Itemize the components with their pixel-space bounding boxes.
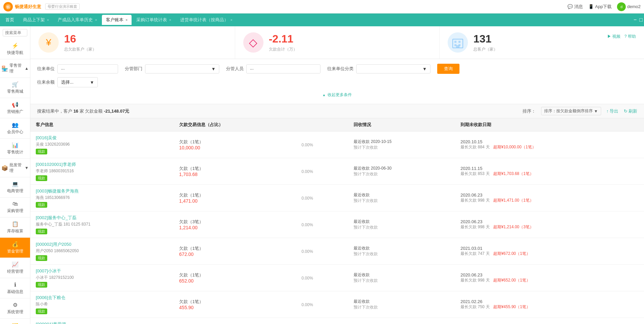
balance-chevron-down-icon: ▼ bbox=[90, 80, 94, 85]
export-btn[interactable]: ↑ 导出 bbox=[607, 108, 619, 114]
tab-home[interactable]: 首页 bbox=[1, 15, 18, 25]
tab-production-history[interactable]: 产成品入库单历史 × bbox=[54, 15, 101, 25]
overdue-amount[interactable]: 超期¥672.00（1笔） bbox=[493, 251, 530, 256]
debt-amount[interactable]: 1,471.00 bbox=[179, 198, 198, 204]
debt-amount[interactable]: 1,703.68 bbox=[179, 172, 198, 177]
debt-amount-wrapper: 1,703.68 bbox=[179, 172, 288, 177]
sort-select[interactable]: 排序：按欠款金额倒序排序 ▼ bbox=[541, 107, 601, 115]
sidebar-item-operations[interactable]: 📈 经营管理 bbox=[0, 258, 30, 278]
sidebar-item-batch-mgmt[interactable]: 📦 批发管理 ▼ bbox=[0, 159, 30, 177]
svg-text:畅: 畅 bbox=[6, 5, 10, 9]
brand-icon: 畅 bbox=[5, 4, 11, 10]
debt-amount[interactable]: 652.00 bbox=[179, 278, 194, 284]
tab-purchase-stats-close[interactable]: × bbox=[169, 18, 171, 22]
results-info: 搜索结果中，客户 16 家 欠款金额 -21,148.07元 bbox=[37, 108, 129, 114]
debt-amount[interactable]: 1,214.00 bbox=[179, 225, 198, 230]
overdue-days: 最长欠款 853 天 bbox=[460, 171, 492, 176]
sidebar-item-purchase[interactable]: 🛍 采购管理 bbox=[0, 198, 30, 217]
debt-amount-wrapper: 672.00 bbox=[179, 252, 288, 257]
sidebar-item-quick-nav[interactable]: ⚡ 快捷导航 bbox=[0, 39, 30, 59]
tab-inbound-stats-close[interactable]: × bbox=[230, 18, 232, 22]
customer-contact: 海燕 18513066976 bbox=[36, 195, 168, 201]
video-action[interactable]: ▶ 视频 bbox=[607, 34, 620, 39]
tab-customer-account[interactable]: 客户账本 × bbox=[102, 15, 132, 25]
message-btn[interactable]: 💬 消息 bbox=[567, 4, 583, 10]
overdue-amount[interactable]: 超期¥1,703.68（1笔） bbox=[493, 171, 534, 176]
tab-purchase-stats[interactable]: 采购订单统计表 × bbox=[132, 15, 175, 25]
customer-name[interactable]: [000001]黄思源 bbox=[36, 321, 168, 324]
customer-name[interactable]: [0006]去下粮仓 bbox=[36, 295, 168, 301]
tab-product-off[interactable]: 商品上下架 × bbox=[19, 15, 53, 25]
customer-info-cell: [0001020001]李老师 李老师 18600391516 现款 bbox=[30, 158, 174, 185]
payment-tag: 现款 bbox=[36, 149, 47, 154]
debt-amount[interactable]: 672.00 bbox=[179, 252, 194, 257]
person-input[interactable]: ··· bbox=[246, 64, 320, 73]
overdue-amount[interactable]: 超期¥10,000.00（1笔） bbox=[493, 145, 536, 149]
maximize-icon[interactable]: □ bbox=[639, 17, 643, 23]
debt-ratio-cell: 0.00% bbox=[293, 211, 348, 238]
col-due-date: 到期未收款日期 bbox=[455, 118, 644, 131]
collection-cell: 最近收款 预计下次收款 bbox=[348, 318, 455, 324]
payment-tag: 现款 bbox=[36, 255, 47, 261]
balance-select[interactable]: 选择... ▼ bbox=[57, 77, 98, 87]
refresh-btn[interactable]: ↻ 刷新 bbox=[624, 108, 637, 114]
sidebar-item-retail-store[interactable]: 🛒 零售商城 bbox=[0, 78, 30, 98]
overdue-days: 最长欠款 998 天 bbox=[460, 225, 492, 229]
customer-name[interactable]: [0001020001]李老师 bbox=[36, 161, 168, 168]
due-date-cell: 2020.06.23 最长欠款 998 天 超期¥1,471.00（1笔） bbox=[455, 185, 644, 211]
sidebar-item-inventory[interactable]: 📋 库存核算 bbox=[0, 217, 30, 238]
dept-select[interactable]: ▼ bbox=[145, 64, 219, 73]
sidebar-item-sys-mgmt[interactable]: ⚙ 系统管理 bbox=[0, 298, 30, 319]
from-unit-input[interactable]: ··· bbox=[57, 64, 118, 73]
filter-dept: 分管部门 ▼ bbox=[125, 64, 219, 73]
customer-name[interactable]: [000002]用户2050 bbox=[36, 241, 168, 247]
overdue-amount[interactable]: 超期¥652.00（1笔） bbox=[493, 278, 530, 283]
tab-inbound-stats[interactable]: 进货单统计表（按商品） × bbox=[176, 15, 236, 25]
unit-category-select[interactable]: ▼ bbox=[356, 64, 430, 73]
total-customers-label: 总客户（家） bbox=[473, 47, 498, 52]
sidebar-item-finance[interactable]: 💰 资金管理 bbox=[0, 238, 30, 258]
due-date: 2020.11.15 bbox=[460, 166, 639, 171]
filter-row-1: 往来单位 ··· 分管部门 ▼ 分管人员 bbox=[37, 64, 637, 74]
debt-ratio: 0.00% bbox=[302, 169, 313, 174]
overdue-amount[interactable]: 超期¥1,214.00（3笔） bbox=[493, 225, 534, 229]
overdue-amount[interactable]: 超期¥1,471.00（1笔） bbox=[493, 198, 534, 203]
member-icon: 👥 bbox=[12, 122, 19, 128]
help-action[interactable]: ? 帮助 bbox=[624, 34, 636, 39]
debt-amount-wrapper: 455.90 bbox=[179, 305, 288, 310]
total-customers-info: 131 总客户（家） bbox=[473, 33, 498, 52]
quick-nav-label: 快捷导航 bbox=[7, 50, 23, 56]
customer-name[interactable]: [0016]吴俊 bbox=[36, 135, 168, 141]
tab-customer-account-close[interactable]: × bbox=[125, 18, 128, 22]
tab-production-history-close[interactable]: × bbox=[95, 18, 97, 22]
sidebar-item-enterprise[interactable]: 🤝 企业协同 bbox=[0, 319, 30, 324]
top-bar-left: 畅 畅捷通好生意 母婴行业演示账套 bbox=[3, 2, 80, 11]
collapse-bar[interactable]: ▲ 收起更多条件 bbox=[37, 91, 637, 99]
customer-name[interactable]: [0003]畅捷服务尹海燕 bbox=[36, 188, 168, 194]
customer-name[interactable]: [0002]服务中心_丁磊 bbox=[36, 215, 168, 221]
debt-amount[interactable]: 10,000.00 bbox=[179, 145, 200, 150]
table-header: 客户信息 欠款交易信息（占比） 回收情况 到期未收款日期 bbox=[30, 118, 644, 131]
minimize-icon[interactable]: − bbox=[634, 17, 637, 23]
sort-label: 排序： bbox=[523, 108, 536, 114]
retail-mgmt-label: 零售管理 bbox=[9, 63, 23, 74]
tab-product-off-close[interactable]: × bbox=[47, 18, 49, 22]
sidebar-item-retail-stats[interactable]: 📊 零售统计 bbox=[0, 139, 30, 159]
demo-tag: 母婴行业演示账套 bbox=[45, 3, 80, 10]
debtors-info: 16 总欠款客户（家） bbox=[64, 33, 96, 52]
sidebar-item-marketing[interactable]: 📢 营销推广 bbox=[0, 98, 30, 118]
app-download-btn[interactable]: 📱 App下载 bbox=[588, 4, 612, 10]
search-input[interactable] bbox=[3, 29, 27, 36]
customer-name[interactable]: [0007]小冰干 bbox=[36, 268, 168, 274]
main-layout: ⚡ 快捷导航 🏪 零售管理 ▲ 🛒 零售商城 📢 营销推广 👥 会员中心 � bbox=[0, 26, 644, 324]
sidebar-item-member[interactable]: 👥 会员中心 bbox=[0, 118, 30, 139]
overdue-amount[interactable]: 超期¥455.90（1笔） bbox=[493, 304, 530, 309]
sidebar-item-basic-info[interactable]: ℹ 基础信息 bbox=[0, 278, 30, 298]
sys-mgmt-icon: ⚙ bbox=[13, 302, 18, 308]
user-menu[interactable]: d demo2 bbox=[617, 2, 641, 11]
sidebar-item-retail-mgmt[interactable]: 🏪 零售管理 ▲ bbox=[0, 59, 30, 78]
debt-info-cell: 欠款（1笔） 652.00 bbox=[174, 265, 293, 291]
debt-amount[interactable]: 455.90 bbox=[179, 305, 194, 310]
search-button[interactable]: 查询 bbox=[437, 64, 459, 74]
sidebar-item-ecommerce[interactable]: 💻 电商管理 bbox=[0, 177, 30, 198]
